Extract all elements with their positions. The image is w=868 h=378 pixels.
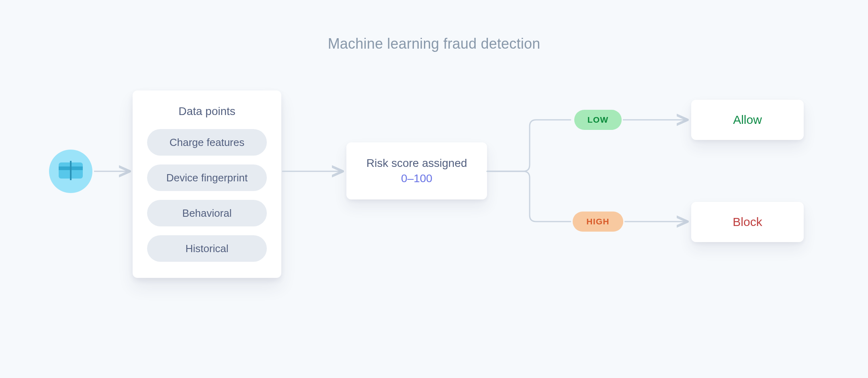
svg-rect-2	[70, 161, 72, 180]
outcome-allow-label: Allow	[733, 113, 762, 127]
outcome-block-card: Block	[691, 202, 804, 242]
data-points-list: Charge features Device fingerprint Behav…	[147, 129, 267, 262]
arrow-icon-to-datapoints	[94, 167, 133, 175]
outcome-block-label: Block	[733, 215, 762, 229]
arrow-datapoints-to-risk	[282, 167, 346, 175]
data-points-card: Data points Charge features Device finge…	[133, 90, 281, 278]
arrow-high-to-block	[624, 218, 692, 226]
outcome-allow-card: Allow	[691, 100, 804, 140]
risk-score-range: 0–100	[401, 172, 432, 185]
credit-card-icon-circle	[49, 150, 92, 193]
data-point-pill: Historical	[147, 235, 267, 262]
data-point-pill: Device fingerprint	[147, 164, 267, 191]
diagram-title: Machine learning fraud detection	[0, 35, 868, 52]
arrow-low-to-allow	[623, 116, 691, 124]
risk-score-label: Risk score assigned	[366, 157, 467, 170]
credit-card-icon	[58, 161, 84, 182]
risk-score-card: Risk score assigned 0–100	[346, 142, 487, 199]
data-points-heading: Data points	[147, 105, 267, 118]
branch-to-high	[487, 166, 575, 227]
data-point-pill: Charge features	[147, 129, 267, 156]
high-risk-badge: HIGH	[573, 212, 623, 232]
low-risk-badge: LOW	[574, 110, 622, 130]
data-point-pill: Behavioral	[147, 200, 267, 226]
